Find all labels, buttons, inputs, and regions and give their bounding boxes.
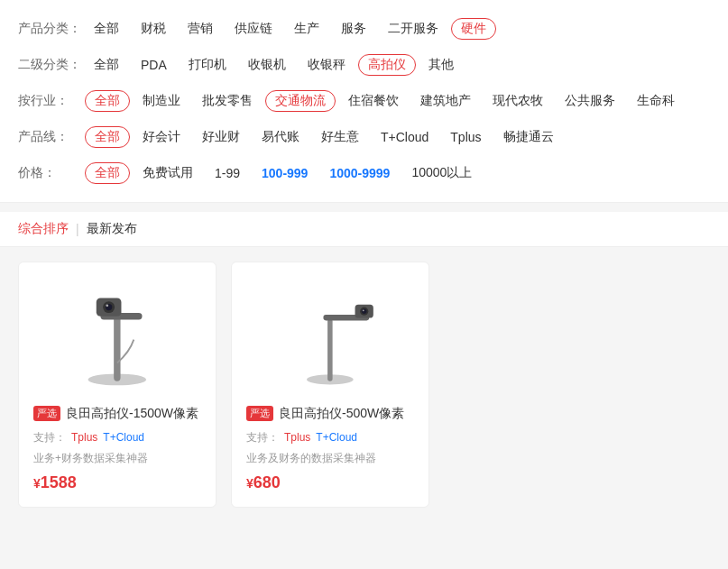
filter-item-pl-changjie[interactable]: 畅捷通云 xyxy=(494,127,563,147)
label-category2: 二级分类： xyxy=(18,57,81,73)
product-desc-2: 业务及财务的数据采集神器 xyxy=(246,451,414,466)
filter-item-price-1000-9999[interactable]: 1000-9999 xyxy=(320,164,399,182)
sort-composite[interactable]: 综合排序 xyxy=(18,221,69,237)
filter-item-cat1-all[interactable]: 全部 xyxy=(85,19,128,39)
filter-row-productline: 产品线： 全部 好会计 好业财 易代账 好生意 T+Cloud Tplus 畅捷… xyxy=(18,119,710,155)
filter-item-price-free[interactable]: 免费试用 xyxy=(134,163,202,183)
product-grid: 严选 良田高拍仪-1500W像素 支持： Tplus T+Cloud 业务+财务… xyxy=(0,247,728,522)
product-title-row-1: 严选 良田高拍仪-1500W像素 xyxy=(33,405,201,423)
filter-row-category2: 二级分类： 全部 PDA 打印机 收银机 收银秤 高拍仪 其他 xyxy=(18,47,710,83)
sort-divider: | xyxy=(76,222,79,236)
tag-tplus-1: Tplus xyxy=(71,431,97,444)
filter-item-pl-haoshengyi[interactable]: 好生意 xyxy=(312,127,368,147)
filter-item-cat1-fuwu[interactable]: 服务 xyxy=(332,19,375,39)
filter-item-ind-shengming[interactable]: 生命科 xyxy=(628,91,684,111)
product-badge-2: 严选 xyxy=(246,406,273,421)
support-label-2: 支持： xyxy=(246,430,279,445)
filter-item-cat1-caishui[interactable]: 财税 xyxy=(132,19,175,39)
label-industry: 按行业： xyxy=(18,93,81,109)
filter-item-cat2-shouqin[interactable]: 收银秤 xyxy=(299,55,355,75)
filter-item-ind-pifa[interactable]: 批发零售 xyxy=(193,91,262,111)
tag-tplus-2: Tplus xyxy=(284,431,310,444)
filter-item-price-100-999[interactable]: 100-999 xyxy=(253,164,317,182)
filter-item-pl-tplus[interactable]: Tplus xyxy=(441,128,490,146)
svg-point-13 xyxy=(363,309,364,311)
filter-item-price-all[interactable]: 全部 xyxy=(85,162,130,184)
filter-item-pl-haoyecai[interactable]: 好业财 xyxy=(193,127,249,147)
filter-item-ind-jiaotong[interactable]: 交通物流 xyxy=(265,90,336,112)
filter-item-cat2-qita[interactable]: 其他 xyxy=(419,55,463,75)
filter-item-pl-tcloud[interactable]: T+Cloud xyxy=(372,128,438,146)
product-image-2 xyxy=(246,277,414,394)
product-badge-1: 严选 xyxy=(33,406,60,421)
filter-item-ind-zhizao[interactable]: 制造业 xyxy=(134,91,189,111)
filter-section: 产品分类： 全部 财税 营销 供应链 生产 服务 二开服务 硬件 二级分类： 全… xyxy=(0,0,728,203)
filter-item-cat2-all[interactable]: 全部 xyxy=(85,55,128,75)
sort-latest[interactable]: 最新发布 xyxy=(87,221,137,237)
filter-item-cat2-shoyinji[interactable]: 收银机 xyxy=(239,55,295,75)
tag-tcloud-1: T+Cloud xyxy=(103,431,144,444)
filter-item-ind-all[interactable]: 全部 xyxy=(85,90,130,112)
filter-item-ind-zhushu[interactable]: 住宿餐饮 xyxy=(339,91,408,111)
filter-row-category1: 产品分类： 全部 财税 营销 供应链 生产 服务 二开服务 硬件 xyxy=(18,11,710,47)
product-price-2: 680 xyxy=(246,473,414,492)
filter-item-pl-yidaizhang[interactable]: 易代账 xyxy=(253,127,309,147)
product-card-1[interactable]: 严选 良田高拍仪-1500W像素 支持： Tplus T+Cloud 业务+财务… xyxy=(18,262,217,508)
tag-tcloud-2: T+Cloud xyxy=(316,431,357,444)
filter-item-cat1-gongyinlian[interactable]: 供应链 xyxy=(226,19,281,39)
product-image-1 xyxy=(33,277,201,394)
filter-item-pl-all[interactable]: 全部 xyxy=(85,126,130,148)
filter-item-price-1-99[interactable]: 1-99 xyxy=(206,164,249,182)
filter-row-price: 价格： 全部 免费试用 1-99 100-999 1000-9999 10000… xyxy=(18,155,710,191)
svg-point-6 xyxy=(106,304,109,307)
svg-point-12 xyxy=(362,308,367,314)
filter-item-cat2-gaopaiyi[interactable]: 高拍仪 xyxy=(358,54,416,76)
filter-item-cat2-dayinji[interactable]: 打印机 xyxy=(180,55,235,75)
product-name-1: 良田高拍仪-1500W像素 xyxy=(66,405,198,423)
filter-item-cat1-yingjian[interactable]: 硬件 xyxy=(451,18,496,40)
sort-bar: 综合排序 | 最新发布 xyxy=(0,212,728,247)
filter-item-ind-nongmu[interactable]: 现代农牧 xyxy=(484,91,552,111)
filter-item-cat1-yingxiao[interactable]: 营销 xyxy=(179,19,222,39)
product-price-1: 1588 xyxy=(33,473,201,492)
product-card-2[interactable]: 严选 良田高拍仪-500W像素 支持： Tplus T+Cloud 业务及财务的… xyxy=(231,262,429,508)
support-row-1: 支持： Tplus T+Cloud xyxy=(33,430,201,445)
label-productline: 产品线： xyxy=(18,129,81,145)
support-label-1: 支持： xyxy=(33,430,66,445)
filter-item-cat1-shengchan[interactable]: 生产 xyxy=(285,19,328,39)
product-name-2: 良田高拍仪-500W像素 xyxy=(279,405,404,423)
filter-item-ind-gonggong[interactable]: 公共服务 xyxy=(556,91,624,111)
product-desc-1: 业务+财务数据采集神器 xyxy=(33,451,201,466)
filter-item-cat1-erkaifuwu[interactable]: 二开服务 xyxy=(379,19,447,39)
svg-rect-1 xyxy=(114,315,120,381)
filter-item-pl-haohui[interactable]: 好会计 xyxy=(134,127,189,147)
filter-item-price-10000[interactable]: 10000以上 xyxy=(402,163,481,183)
filter-item-cat2-pda[interactable]: PDA xyxy=(132,56,176,74)
support-row-2: 支持： Tplus T+Cloud xyxy=(246,430,414,445)
label-price: 价格： xyxy=(18,165,81,181)
filter-row-industry: 按行业： 全部 制造业 批发零售 交通物流 住宿餐饮 建筑地产 现代农牧 公共服… xyxy=(18,83,710,119)
product-title-row-2: 严选 良田高拍仪-500W像素 xyxy=(246,405,414,423)
filter-item-ind-jianzhu[interactable]: 建筑地产 xyxy=(411,91,480,111)
svg-rect-8 xyxy=(327,319,333,381)
label-category1: 产品分类： xyxy=(18,21,81,37)
